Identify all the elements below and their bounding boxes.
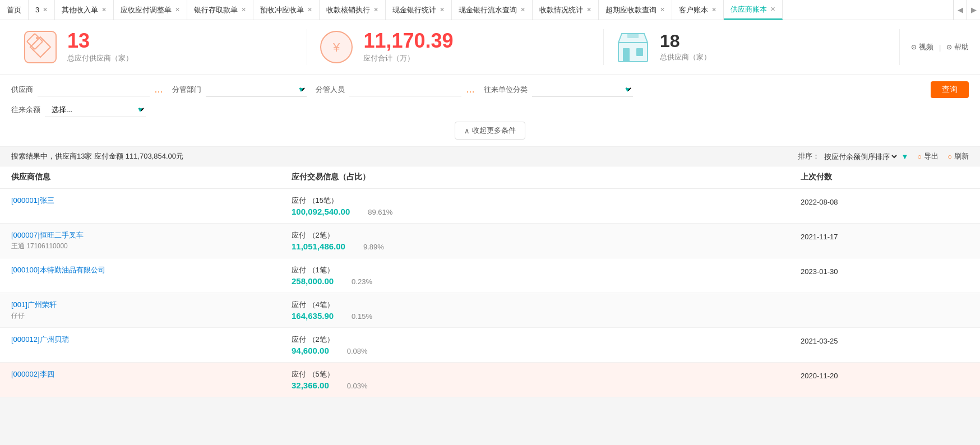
unit-class-select[interactable] (532, 82, 633, 96)
tx-percent: 89.61% (368, 208, 392, 216)
unit-class-label: 往来单位分类 (484, 85, 528, 95)
help-link[interactable]: ⊙ 帮助 (946, 42, 969, 52)
nav-overdue[interactable]: 超期应收款查询 ✕ (599, 0, 672, 20)
svg-rect-8 (627, 34, 639, 38)
table-section: 供应商信息 应付交易信息（占比） 上次付数 [000001]张三 应付 （15笔… (0, 166, 980, 397)
export-button[interactable]: ○ 导出 (917, 151, 939, 161)
svg-rect-0 (25, 31, 56, 63)
sort-label: 排序： (798, 151, 820, 161)
export-icon: ○ (917, 152, 922, 161)
supplier-link[interactable]: [000100]本特勤油品有限公司 (11, 266, 105, 274)
supplier-link[interactable]: [001]广州荣轩 (11, 300, 57, 309)
last-payment-cell: 2021-11-17 (801, 230, 969, 241)
divider: | (939, 43, 941, 52)
supplier-dots-icon[interactable]: … (154, 85, 163, 95)
tx-percent: 0.15% (352, 312, 372, 321)
tx-type: 应付 （5笔） (292, 369, 801, 379)
sort-select[interactable]: 按应付余额倒序排序 (822, 152, 899, 161)
tx-percent: 0.03% (347, 382, 368, 390)
last-payment-cell: 2020-11-20 (801, 369, 969, 380)
tx-type: 应付 （2笔） (292, 230, 801, 240)
close-icon[interactable]: ✕ (660, 6, 665, 13)
results-actions: 排序： 按应付余额倒序排序 ▼ ○ 导出 ○ 刷新 (798, 151, 969, 161)
filter-person: 分管人员 … (316, 83, 475, 96)
dept-label: 分管部门 (172, 85, 201, 95)
nav-recv-verify[interactable]: 收款核销执行 ✕ (320, 0, 386, 20)
supplier-info-cell: [000100]本特勤油品有限公司 (11, 265, 292, 275)
filter-section: 供应商 … 分管部门 ▼ 分管人员 … 往来单位分类 (0, 75, 980, 147)
close-icon[interactable]: ✕ (241, 6, 246, 13)
filter-dept: 分管部门 ▼ (172, 82, 307, 97)
close-icon[interactable]: ✕ (440, 6, 445, 13)
supplier-info-cell: [000002]李四 (11, 369, 292, 379)
table-row: [000007]恒旺二手叉车 王通 17106110000 应付 （2笔） 11… (0, 224, 980, 258)
store-icon (615, 29, 651, 65)
results-bar: 搜索结果中，供应商13家 应付金额 111,703,854.00元 排序： 按应… (0, 147, 980, 166)
col-supplier-info: 供应商信息 (11, 172, 292, 182)
nav-recv-stat[interactable]: 收款情况统计 ✕ (533, 0, 599, 20)
supplier-link[interactable]: [000012]广州贝瑞 (11, 335, 69, 344)
nav-home[interactable]: 首页 (0, 0, 29, 20)
balance-select[interactable]: 选择... (45, 103, 146, 117)
nav-tab3[interactable]: 3 ✕ (29, 0, 55, 20)
unit-class-dropdown-icon: ▼ (624, 86, 631, 94)
nav-left-arrow[interactable]: ◀ (953, 0, 967, 20)
last-payment-cell (801, 300, 969, 302)
tx-amount: 11,051,486.00 (292, 242, 345, 251)
close-icon[interactable]: ✕ (586, 6, 591, 13)
supplier-link[interactable]: [000002]李四 (11, 370, 54, 378)
nav-adjust[interactable]: 应收应付调整单 ✕ (114, 0, 187, 20)
close-icon[interactable]: ✕ (101, 6, 107, 13)
tx-type: 应付 （15笔） (292, 196, 801, 206)
refresh-button[interactable]: ○ 刷新 (947, 151, 969, 161)
close-icon[interactable]: ✕ (307, 6, 312, 13)
close-icon[interactable]: ✕ (373, 6, 378, 13)
video-link[interactable]: ⊙ 视频 (911, 42, 933, 52)
last-payment-cell: 2021-03-25 (801, 335, 969, 345)
tx-amount-row: 258,000.00 0.23% (292, 275, 801, 286)
svg-text:¥: ¥ (332, 40, 340, 54)
query-button[interactable]: 查询 (931, 81, 969, 98)
person-dots-icon[interactable]: … (466, 85, 475, 95)
table-row: [000012]广州贝瑞 应付 （2笔） 94,600.00 0.08% 202… (0, 328, 980, 363)
nav-customer-book[interactable]: 客户账本 ✕ (672, 0, 724, 20)
supplier-info-cell: [000012]广州贝瑞 (11, 335, 292, 345)
nav-bank[interactable]: 银行存取款单 ✕ (187, 0, 253, 20)
nav-supplier-book[interactable]: 供应商账本 ✕ (724, 0, 783, 20)
card2-content: 11,170.39 应付合计（万） (363, 31, 453, 63)
table-row: [000001]张三 应付 （15笔） 100,092,540.00 89.61… (0, 189, 980, 224)
supplier-link[interactable]: [000007]恒旺二手叉车 (11, 231, 84, 239)
tx-amount: 258,000.00 (292, 276, 334, 286)
close-icon[interactable]: ✕ (175, 6, 180, 13)
person-input[interactable] (349, 83, 461, 96)
tx-amount-row: 164,635.90 0.15% (292, 310, 801, 321)
filter-unit-class: 往来单位分类 ▼ (484, 82, 633, 97)
close-icon[interactable]: ✕ (520, 6, 525, 13)
nav-other-income[interactable]: 其他收入单 ✕ (55, 0, 114, 20)
transaction-info-cell: 应付 （5笔） 32,366.00 0.03% (292, 369, 801, 390)
tx-percent: 0.08% (347, 347, 368, 355)
person-label: 分管人员 (316, 85, 345, 95)
nav-cash-stat[interactable]: 现金银行统计 ✕ (386, 0, 452, 20)
card2-number: 11,170.39 (363, 31, 453, 51)
close-icon[interactable]: ✕ (711, 6, 716, 13)
transaction-info-cell: 应付 （2笔） 94,600.00 0.08% (292, 335, 801, 355)
supplier-link[interactable]: [000001]张三 (11, 196, 54, 205)
svg-rect-6 (623, 48, 630, 62)
nav-cash-query[interactable]: 现金银行流水查询 ✕ (452, 0, 533, 20)
close-icon[interactable]: ✕ (43, 6, 48, 13)
card1-number: 13 (67, 31, 133, 51)
card1-label: 总应付供应商（家） (67, 53, 133, 63)
nav-right-arrow[interactable]: ▶ (967, 0, 980, 20)
nav-advance-recv[interactable]: 预收冲应收单 ✕ (253, 0, 320, 20)
collapse-button[interactable]: ∧ 收起更多条件 (455, 122, 525, 140)
filter-row-2: 往来余额 选择... ▼ (11, 103, 969, 117)
supplier-info-cell: [000007]恒旺二手叉车 王通 17106110000 (11, 230, 292, 251)
dept-select[interactable] (206, 82, 307, 96)
close-icon[interactable]: ✕ (770, 6, 775, 13)
supplier-input[interactable] (38, 83, 150, 96)
tx-amount: 164,635.90 (292, 311, 334, 321)
table-row: [001]广州荣轩 仔仔 应付 （4笔） 164,635.90 0.15% (0, 293, 980, 328)
card3-number: 18 (660, 32, 711, 50)
summary-card-amount: ¥ 11,170.39 应付合计（万） (307, 29, 603, 65)
